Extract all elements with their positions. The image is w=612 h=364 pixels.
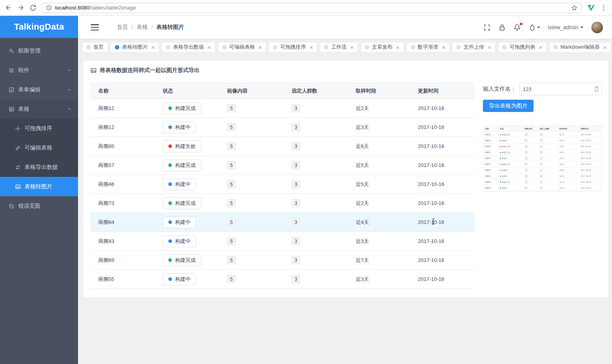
sidebar-menu-item[interactable]: 错误页面 [0,196,78,216]
tab-item[interactable]: 数字渐变× [406,42,450,53]
tab-close-icon[interactable]: × [309,44,313,50]
table-image-preview: 名称状态画像内容选定人群数取样时段更新时间商圈12构建完成53近2天2017-1… [483,125,602,191]
preview-row: 商圈12构建完成53近2天2017-10-16 [483,132,601,138]
status-button[interactable]: 构建中 [163,235,196,247]
table-row[interactable]: 商圈46构建中53近5天2017-10-16 [90,175,475,194]
sidebar-menu-item[interactable]: 权限管理 [0,41,78,61]
preview-period: 近5天 [558,151,579,154]
preview-chip: 5 [524,174,528,178]
cell-name: 商圈57 [90,156,155,175]
filename-input[interactable] [519,83,602,95]
tab-close-icon[interactable]: × [396,44,400,50]
status-button[interactable]: 构建完成 [163,254,201,266]
sidebar-submenu-item[interactable]: 可拖拽排序 [0,119,78,138]
app-logo[interactable]: TalkingData [0,16,78,38]
preview-chip: 5 [524,151,528,154]
preview-column-header: 名称 [483,127,498,130]
tab-close-icon[interactable]: × [208,44,211,50]
tab-close-icon[interactable]: × [259,44,262,50]
tab-item[interactable]: 可拖拽列表× [498,42,547,53]
cell-name: 商圈85 [90,137,155,156]
page-content: 将表格数据连同样式一起以图片形式导出 名称状态画像内容选定人群数取样时段更新时间… [78,55,612,364]
user-menu[interactable]: iview_admin [548,24,583,30]
page-info-icon[interactable] [46,5,52,11]
status-button[interactable]: 构建失败 [163,140,201,152]
cell-name: 商圈46 [90,175,155,194]
audience-count-chip: 3 [292,123,300,131]
avatar[interactable] [591,21,603,34]
table-row[interactable]: 商圈73构建完成53近2天2017-10-16 [90,194,475,213]
table-row[interactable]: 商圈85构建失败53近6天2017-10-16 [90,137,475,156]
tab-close-icon[interactable]: × [151,44,155,50]
preview-status: 构建失败 [498,145,523,148]
table-row[interactable]: 商圈12构建中53近3天2017-10-16 [90,118,475,137]
status-button[interactable]: 构建中 [163,273,196,285]
tab-item[interactable]: 表格导出数据× [162,42,215,53]
reload-icon[interactable] [29,4,37,11]
status-button[interactable]: 构建中 [163,121,196,133]
preview-column-header: 取样时段 [558,127,579,130]
sidebar-item-label: 可编辑表格 [25,144,52,152]
tab-label: 文件上传 [463,44,484,51]
table-row[interactable]: 商圈57构建完成53近5天2017-10-16 [90,156,475,175]
status-button[interactable]: 构建完成 [163,159,201,171]
table-row[interactable]: 商圈64构建中53近4天2017-10-16 [90,213,475,232]
status-button[interactable]: 构建完成 [163,102,201,114]
forward-icon[interactable] [17,4,25,11]
tab-item[interactable]: 可编辑表格× [218,42,267,53]
lock-icon[interactable] [498,24,506,31]
table-row[interactable]: 商圈69构建完成53近7天2017-10-16 [90,251,475,270]
theme-switcher[interactable] [528,24,540,31]
tab-close-icon[interactable]: × [603,44,607,50]
bell-icon[interactable] [513,24,521,31]
tab-item[interactable]: 表格转图片× [111,42,159,53]
preview-updated: 2017-10-16 [579,175,601,177]
cell-period: 近7天 [348,251,410,270]
tab-close-icon[interactable]: × [488,44,491,50]
image-icon [90,67,97,74]
status-button[interactable]: 构建中 [163,178,196,190]
menu-toggle-icon[interactable] [91,24,99,30]
cell-audience: 3 [284,251,348,270]
status-label: 构建完成 [175,200,196,207]
status-button[interactable]: 构建完成 [163,197,201,209]
sidebar-submenu-item[interactable]: 表格导出数据 [0,157,78,177]
tab-item[interactable]: 工作流× [320,42,358,53]
browser-menu-icon[interactable] [600,4,607,11]
tab-item[interactable]: Markdown编辑器× [549,42,611,53]
breadcrumb-separator: / [132,24,133,30]
cell-portrait: 5 [219,175,284,194]
tab-item[interactable]: 文件上传× [452,42,496,53]
tab-close-icon[interactable]: × [442,44,446,50]
sidebar-submenu-item[interactable]: 可编辑表格 [0,138,78,157]
preview-updated: 2017-10-16 [579,187,601,189]
fullscreen-icon[interactable] [483,24,491,31]
tab-close-icon[interactable]: × [350,44,354,50]
back-icon[interactable] [5,4,12,11]
breadcrumb-item[interactable]: 首页 [117,24,128,31]
preview-audience: 3 [538,151,558,154]
tab-item[interactable]: 首页 [82,42,108,53]
table-row[interactable]: 商圈12构建完成53近2天2017-10-16 [90,99,475,118]
status-button[interactable]: 构建中 [163,216,196,228]
cell-updated: 2017-10-16 [410,232,475,251]
preview-audience: 3 [538,186,558,190]
sidebar-menu-item[interactable]: 表单编辑 [0,80,78,99]
tab-close-icon[interactable]: × [539,44,542,50]
table-row[interactable]: 商圈55构建中53近3天2017-10-16 [90,270,475,289]
sidebar-submenu-item[interactable]: 表格转图片 [0,177,78,196]
tab-item[interactable]: 文章发布× [360,42,404,53]
table-row[interactable]: 商圈43构建中53近3天2017-10-16 [90,232,475,251]
export-image-button[interactable]: 导出表格为图片 [483,100,534,112]
sidebar-menu-item[interactable]: 组件 [0,61,78,80]
status-dot-icon [168,182,172,186]
bookmark-star-icon[interactable] [571,5,578,11]
sidebar-menu-item[interactable]: 表格 [0,99,78,119]
preview-row: 商圈85构建失败53近6天2017-10-16 [483,144,601,150]
tab-item[interactable]: 可拖拽排序× [269,42,317,53]
vue-devtools-extension-icon[interactable] [587,4,595,12]
preview-audience: 3 [538,174,558,178]
cell-status: 构建完成 [155,99,219,118]
breadcrumb-item[interactable]: 表格 [137,24,148,31]
address-bar[interactable]: localhost:8080/tables/table2image [42,3,582,13]
